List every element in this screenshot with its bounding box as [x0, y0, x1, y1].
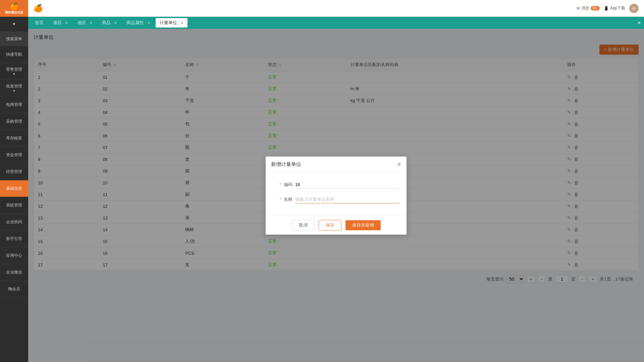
avatar[interactable]: Ai	[629, 4, 639, 13]
tab-region-label: 地区	[77, 20, 86, 26]
tab-product-attrs-label: 商品属性	[126, 20, 144, 26]
sidebar-collapse-arrow[interactable]: ▼	[0, 17, 28, 32]
topbar-right: ✉ 消息 99+ 📱 App下载 Ai	[577, 4, 639, 13]
tab-region-close[interactable]: ✕	[90, 21, 93, 25]
sidebar-item-label: 系统管理	[6, 202, 22, 208]
required-star: *	[279, 182, 281, 187]
sidebar-item-membership[interactable]: 嗨会员	[0, 281, 28, 298]
sidebar-item-newbie[interactable]: 新手引导	[0, 231, 28, 247]
message-button[interactable]: ✉ 消息 99+	[577, 5, 600, 11]
code-label: * 编码	[272, 182, 292, 188]
name-input[interactable]	[295, 195, 400, 203]
save-and-new-button[interactable]: 保存并新增	[345, 220, 381, 230]
topbar-left: 🍊	[34, 4, 43, 13]
tab-product-attrs[interactable]: 商品属性 ✕	[122, 18, 154, 27]
tab-product-close[interactable]: ✕	[114, 21, 117, 25]
sidebar-item-label: 经营管理	[6, 169, 22, 175]
app-name: 橙标通达生意	[5, 10, 23, 15]
message-icon: ✉	[577, 6, 580, 11]
sidebar-item-app-center[interactable]: 应用中心	[0, 247, 28, 264]
topbar: 🍊 ✉ 消息 99+ 📱 App下载 Ai	[28, 0, 644, 17]
message-badge: 99+	[591, 6, 600, 10]
sidebar-item-label: 应用中心	[6, 253, 22, 258]
sidebar-item-wholesale[interactable]: 批发管理 ▼	[0, 80, 28, 97]
tab-product[interactable]: 商品 ✕	[98, 18, 121, 27]
name-label: * 名称	[272, 196, 292, 202]
code-input[interactable]	[295, 181, 400, 189]
tab-product-label: 商品	[102, 20, 111, 26]
topbar-logo: 🍊	[34, 4, 43, 13]
dialog-body: * 编码 * 名称	[266, 173, 407, 216]
app-download-label: App下载	[610, 5, 625, 11]
sidebar-item-label: 企业微信	[6, 269, 22, 275]
sidebar-item-enterprise[interactable]: 企业协同	[0, 214, 28, 231]
form-row-code: * 编码	[272, 181, 400, 189]
form-row-name: * 名称	[272, 195, 400, 203]
tab-home[interactable]: 首页	[31, 18, 48, 27]
dialog-header: 新增计量单位 ✕	[266, 157, 407, 173]
tab-region[interactable]: 地区 ✕	[73, 18, 97, 27]
sidebar-logo: 🍊 橙标通达生意	[0, 0, 28, 17]
cancel-button[interactable]: 取消	[292, 220, 315, 231]
add-unit-dialog: 新增计量单位 ✕ * 编码 * 名称	[266, 157, 407, 235]
sidebar: 🍊 橙标通达生意 ▼ 搜索菜单 快捷导航 零售管理 ▼ 批发管理 ▼ 电商管理 …	[0, 0, 28, 362]
sidebar-item-quick-nav[interactable]: 快捷导航	[0, 46, 28, 63]
tab-unit-label: 计量单位	[160, 20, 177, 26]
tabs-bar: 首页 项目 ✕ 地区 ✕ 商品 ✕ 商品属性 ✕ 计量单位 ✕ ✕	[28, 17, 644, 29]
sidebar-item-purchase[interactable]: 采购管理	[0, 113, 28, 130]
dialog-footer: 取消 保存 保存并新增	[266, 216, 407, 235]
app-download-button[interactable]: 📱 App下载	[604, 5, 625, 11]
search-label: 搜索菜单	[6, 36, 22, 42]
dialog-title: 新增计量单位	[271, 161, 301, 168]
sidebar-item-label: 批发管理	[6, 83, 22, 89]
main-area: 🍊 ✉ 消息 99+ 📱 App下载 Ai 首页 项目 ✕ 地区	[28, 0, 644, 362]
chevron-down-icon: ▼	[13, 72, 16, 76]
download-icon: 📱	[604, 6, 609, 11]
sidebar-item-ecommerce[interactable]: 电商管理	[0, 97, 28, 113]
sidebar-item-label: 电商管理	[6, 102, 22, 108]
sidebar-item-operations[interactable]: 经营管理	[0, 164, 28, 180]
sidebar-item-base-info[interactable]: 基础信息	[0, 180, 28, 197]
sidebar-item-label: 基础信息	[6, 186, 22, 191]
message-label: 消息	[581, 5, 589, 11]
sidebar-item-label: 资金管理	[6, 152, 22, 158]
sidebar-item-label: 新手引导	[6, 236, 22, 242]
sidebar-item-wechat[interactable]: 企业微信	[0, 264, 28, 281]
chevron-down-icon: ▼	[13, 89, 16, 93]
tab-project-close[interactable]: ✕	[65, 21, 68, 25]
required-star-name: *	[279, 197, 281, 202]
sidebar-item-label: 企业协同	[6, 219, 22, 225]
tab-project[interactable]: 项目 ✕	[49, 18, 72, 27]
sidebar-item-label: 零售管理	[6, 67, 22, 72]
avatar-text: Ai	[632, 6, 636, 10]
sidebar-item-system[interactable]: 系统管理	[0, 197, 28, 214]
sidebar-item-inventory[interactable]: 库存核算	[0, 130, 28, 147]
tab-product-attrs-close[interactable]: ✕	[147, 21, 150, 25]
sidebar-item-label: 快捷导航	[6, 52, 22, 57]
sidebar-item-retail[interactable]: 零售管理 ▼	[0, 63, 28, 80]
sidebar-item-label: 嗨会员	[8, 286, 20, 292]
tab-unit[interactable]: 计量单位 ✕	[156, 18, 187, 27]
tabs-close-all-button[interactable]: ✕	[637, 20, 641, 25]
sidebar-item-finance[interactable]: 资金管理	[0, 147, 28, 164]
tab-unit-close[interactable]: ✕	[180, 21, 183, 25]
sidebar-search[interactable]: 搜索菜单	[0, 32, 28, 46]
dialog-close-button[interactable]: ✕	[397, 161, 401, 168]
tab-project-label: 项目	[53, 20, 62, 26]
sidebar-item-label: 库存核算	[6, 135, 22, 141]
modal-overlay: 新增计量单位 ✕ * 编码 * 名称	[28, 29, 644, 362]
sidebar-item-label: 采购管理	[6, 119, 22, 124]
tab-home-label: 首页	[35, 20, 44, 26]
save-button[interactable]: 保存	[319, 220, 341, 231]
content-area: 计量单位 + 新增计量单位 序号 编号 ⇅ 名称 ⇅ 状态 ⇅ 计量单位匹配的名…	[28, 29, 644, 362]
